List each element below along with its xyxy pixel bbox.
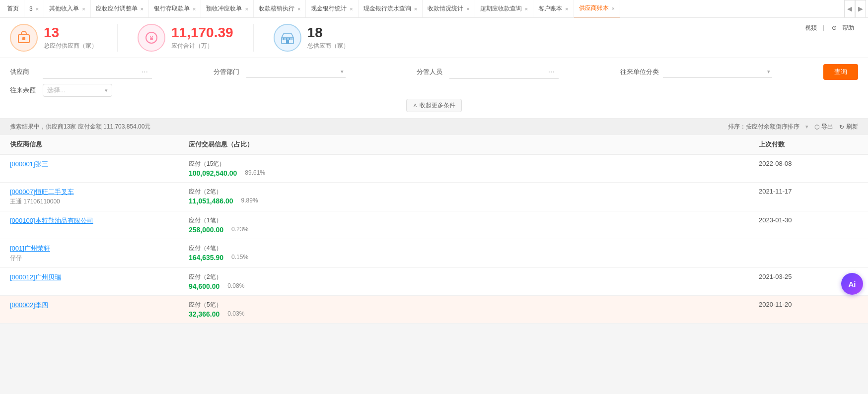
close-tab-icon[interactable]: × bbox=[525, 6, 528, 12]
category-input[interactable] bbox=[665, 68, 767, 75]
table-row: [000007]恒旺二手叉车王通 17106110000应付（2笔）11,051… bbox=[0, 183, 868, 211]
trans-amount-value[interactable]: 94,600.00 bbox=[189, 282, 219, 290]
transaction-col-2: 应付（1笔）258,000.000.23% bbox=[189, 216, 759, 234]
trans-amount-row: 32,366.000.03% bbox=[189, 309, 759, 318]
nav-arrow-right[interactable]: ▶ bbox=[855, 0, 866, 18]
trans-amount-value[interactable]: 100,092,540.00 bbox=[189, 169, 237, 177]
nav-tab-ap-adjust[interactable]: 应收应付调整单× bbox=[91, 0, 149, 18]
person-dots[interactable]: ··· bbox=[548, 67, 555, 76]
help-link[interactable]: ⊙ 帮助 bbox=[830, 24, 856, 31]
supplier-name-link[interactable]: [000001]张三 bbox=[10, 160, 48, 168]
supplier-name-link[interactable]: [000007]恒旺二手叉车 bbox=[10, 188, 74, 196]
svg-rect-8 bbox=[291, 38, 292, 40]
trans-amount-value[interactable]: 11,051,486.00 bbox=[189, 197, 233, 205]
search-button[interactable]: 查询 bbox=[823, 64, 858, 80]
ap-total-text: 11,170.39 应付合计（万） bbox=[171, 25, 233, 50]
result-bar: 搜索结果中，供应商13家 应付金额 111,703,854.00元 排序：按应付… bbox=[0, 119, 868, 135]
supplier-input[interactable] bbox=[45, 68, 142, 75]
trans-label: 应付（2笔） bbox=[189, 273, 759, 281]
filter-dept: 分管部门 ▾ bbox=[214, 66, 407, 78]
nav-tab-prepay-collect[interactable]: 预收冲应收单× bbox=[201, 0, 253, 18]
trans-label: 应付（2笔） bbox=[189, 188, 759, 196]
collapse-button[interactable]: ∧ 收起更多条件 bbox=[406, 99, 461, 112]
ap-total-value: 11,170.39 bbox=[171, 25, 233, 41]
svg-rect-9 bbox=[286, 40, 289, 44]
supplier-col-1: [000007]恒旺二手叉车王通 17106110000 bbox=[10, 188, 189, 206]
nav-tab-home[interactable]: 首页 bbox=[2, 0, 24, 18]
svg-rect-7 bbox=[289, 38, 290, 40]
last-pay-col-5: 2020-11-20 bbox=[759, 301, 858, 308]
close-tab-icon[interactable]: × bbox=[350, 6, 353, 12]
result-actions: 排序：按应付余额倒序排序 ▾ ⬡ 导出 ↻ 刷新 bbox=[728, 123, 858, 131]
nav-tab-tab3[interactable]: 3× bbox=[24, 0, 44, 18]
nav-tab-other-income[interactable]: 其他收入单× bbox=[44, 0, 90, 18]
supplier-name-link[interactable]: [000002]李四 bbox=[10, 301, 48, 309]
supplier-name-link[interactable]: [000100]本特勒油品有限公司 bbox=[10, 217, 93, 224]
close-tab-icon[interactable]: × bbox=[82, 6, 85, 12]
ap-total-icon: ¥ bbox=[138, 24, 165, 52]
sort-label: 排序：按应付余额倒序排序 bbox=[728, 123, 799, 131]
supplier-label: 供应商 bbox=[10, 67, 40, 76]
nav-arrow-left[interactable]: ◀ bbox=[844, 0, 855, 18]
table-header: 供应商信息 应付交易信息（占比） 上次付数 bbox=[0, 135, 868, 155]
video-link[interactable]: 视频 bbox=[805, 24, 817, 31]
nav-tab-supplier-account[interactable]: 供应商账本× bbox=[574, 0, 620, 18]
transaction-col-1: 应付（2笔）11,051,486.009.89% bbox=[189, 188, 759, 205]
last-pay-col-2: 2023-01-30 bbox=[759, 216, 858, 224]
nav-tab-overdue-query[interactable]: 超期应收款查询× bbox=[475, 0, 533, 18]
close-tab-icon[interactable]: × bbox=[36, 6, 39, 12]
category-chevron-icon[interactable]: ▾ bbox=[767, 68, 770, 75]
supplier-subinfo: 王通 17106110000 bbox=[10, 197, 189, 206]
ap-suppliers-value: 13 bbox=[44, 25, 97, 41]
supplier-col-0: [000001]张三 bbox=[10, 160, 189, 169]
close-tab-icon[interactable]: × bbox=[414, 6, 417, 12]
nav-tab-collect-stat[interactable]: 收款情况统计× bbox=[423, 0, 475, 18]
supplier-name-link[interactable]: [001]广州荣轩 bbox=[10, 245, 50, 252]
refresh-button[interactable]: ↻ 刷新 bbox=[839, 123, 858, 131]
export-button[interactable]: ⬡ 导出 bbox=[814, 123, 833, 131]
supplier-col-2: [000100]本特勒油品有限公司 bbox=[10, 216, 189, 225]
supplier-dots[interactable]: ··· bbox=[142, 67, 148, 76]
nav-tab-bank-deposit[interactable]: 银行存取款单× bbox=[149, 0, 201, 18]
close-tab-icon[interactable]: × bbox=[193, 6, 196, 12]
total-suppliers-value: 18 bbox=[307, 25, 349, 41]
nav-tab-cash-bank-flow[interactable]: 现金银行流水查询× bbox=[359, 0, 423, 18]
trans-amount-row: 94,600.000.08% bbox=[189, 281, 759, 290]
table-row-inner-0: [000001]张三应付（15笔）100,092,540.0089.61%202… bbox=[0, 155, 868, 182]
person-input[interactable] bbox=[451, 68, 548, 75]
trans-amount-row: 164,635.900.15% bbox=[189, 253, 759, 262]
ai-button[interactable]: Ai bbox=[841, 273, 863, 295]
close-tab-icon[interactable]: × bbox=[297, 6, 300, 12]
trans-amount-value[interactable]: 164,635.90 bbox=[189, 254, 223, 262]
filter-row-1: 供应商 ··· 分管部门 ▾ 分管人员 ··· 往来单位分类 bbox=[10, 64, 858, 80]
close-tab-icon[interactable]: × bbox=[141, 6, 144, 12]
balance-select[interactable]: 选择... ▾ bbox=[43, 84, 112, 97]
balance-chevron-icon: ▾ bbox=[105, 87, 108, 94]
nav-tab-cash-bank-stat[interactable]: 现金银行统计× bbox=[306, 0, 358, 18]
trans-amount-value[interactable]: 32,366.00 bbox=[189, 310, 219, 318]
total-suppliers-icon bbox=[274, 24, 301, 52]
sort-chevron-icon[interactable]: ▾ bbox=[805, 124, 808, 130]
dept-chevron-icon[interactable]: ▾ bbox=[341, 68, 344, 75]
supplier-name-link[interactable]: [000012]广州贝瑞 bbox=[10, 273, 61, 281]
close-tab-icon[interactable]: × bbox=[245, 6, 248, 12]
table-row: [001]广州荣轩仔仔应付（4笔）164,635.900.15% bbox=[0, 239, 868, 268]
dept-input[interactable] bbox=[248, 68, 341, 75]
nav-tab-receipt-verify[interactable]: 收款核销执行× bbox=[254, 0, 306, 18]
table-row: [000100]本特勒油品有限公司应付（1笔）258,000.000.23%20… bbox=[0, 211, 868, 239]
svg-rect-6 bbox=[286, 38, 288, 40]
table-body: [000001]张三应付（15笔）100,092,540.0089.61%202… bbox=[0, 155, 868, 324]
svg-rect-5 bbox=[283, 38, 285, 40]
stat-ap-total: ¥ 11,170.39 应付合计（万） bbox=[138, 24, 254, 52]
balance-label: 往来余额 bbox=[10, 86, 40, 95]
close-tab-icon[interactable]: × bbox=[565, 6, 568, 12]
nav-tab-customer-account[interactable]: 客户账本× bbox=[533, 0, 574, 18]
transaction-col-0: 应付（15笔）100,092,540.0089.61% bbox=[189, 160, 759, 177]
trans-label: 应付（4笔） bbox=[189, 244, 759, 253]
close-tab-icon[interactable]: × bbox=[466, 6, 469, 12]
trans-amount-value[interactable]: 258,000.00 bbox=[189, 226, 223, 234]
table-row-inner-4: [000012]广州贝瑞应付（2笔）94,600.000.08%2021-03-… bbox=[0, 268, 868, 295]
close-tab-icon[interactable]: × bbox=[612, 5, 615, 11]
filter-balance: 往来余额 选择... ▾ bbox=[10, 84, 848, 97]
filter-supplier: 供应商 ··· bbox=[10, 66, 204, 79]
